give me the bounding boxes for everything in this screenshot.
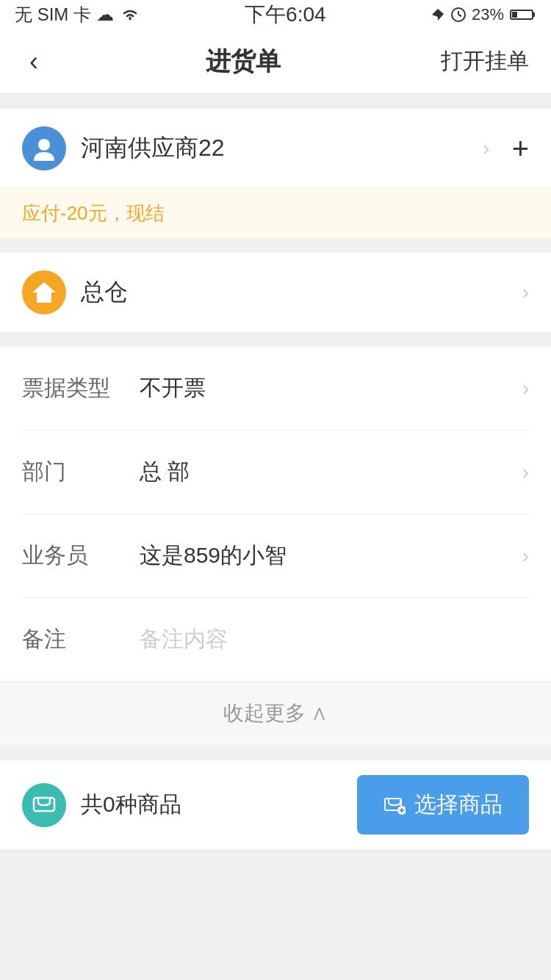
status-bar: 无 SIM 卡 ☁ 下午6:04 23% [0, 0, 551, 29]
svg-point-6 [38, 139, 50, 151]
house-icon [31, 279, 57, 306]
back-button[interactable]: ‹ [22, 39, 46, 84]
warehouse-card[interactable]: 总仓 › [0, 253, 551, 332]
open-pending-button[interactable]: 打开挂单 [441, 46, 529, 76]
battery-label: 23% [472, 5, 504, 24]
section-gap-3 [0, 332, 551, 347]
collapse-button[interactable]: 收起更多 ∧ [0, 681, 551, 745]
page-title: 进货单 [206, 45, 281, 79]
clock-icon [451, 7, 466, 22]
battery-icon [510, 8, 536, 21]
salesperson-row[interactable]: 业务员 这是859的小智 › [0, 514, 551, 597]
section-gap-4 [0, 745, 551, 760]
salesperson-label: 业务员 [22, 541, 125, 571]
warehouse-name: 总仓 [81, 276, 522, 309]
department-row[interactable]: 部门 总 部 › [0, 430, 551, 514]
department-chevron-icon: › [522, 461, 529, 484]
select-cart-icon [383, 794, 406, 816]
select-product-button[interactable]: 选择商品 [357, 775, 529, 835]
add-supplier-button[interactable]: + [512, 132, 529, 165]
invoice-type-label: 票据类型 [22, 373, 125, 403]
cart-icon [31, 792, 57, 818]
svg-line-2 [458, 15, 461, 16]
invoice-type-row[interactable]: 票据类型 不开票 › [0, 347, 551, 430]
section-gap-1 [0, 94, 551, 109]
department-value: 总 部 [125, 457, 522, 487]
select-product-label: 选择商品 [414, 790, 503, 820]
supplier-avatar [22, 126, 66, 170]
supplier-card: 河南供应商22 › + 应付-20元，现结 [0, 109, 551, 238]
status-right: 23% [431, 5, 536, 24]
salesperson-chevron-icon: › [522, 544, 529, 568]
supplier-chevron-icon: › [483, 137, 489, 160]
sim-label: 无 SIM 卡 ☁ [15, 3, 114, 26]
salesperson-value: 这是859的小智 [125, 541, 522, 571]
nav-bar: ‹ 进货单 打开挂单 [0, 29, 551, 94]
invoice-type-chevron-icon: › [522, 377, 529, 400]
supplier-row[interactable]: 河南供应商22 › + [0, 109, 551, 189]
wifi-icon [120, 7, 140, 22]
remark-row[interactable]: 备注 备注内容 [0, 598, 551, 681]
warehouse-chevron-icon: › [522, 281, 529, 304]
warehouse-row[interactable]: 总仓 › [0, 253, 551, 332]
supplier-name: 河南供应商22 [81, 132, 483, 165]
product-icon [22, 783, 66, 827]
product-count-label: 共0种商品 [81, 790, 342, 820]
svg-rect-4 [512, 12, 517, 18]
warehouse-icon [22, 270, 66, 314]
notice-text: 应付-20元，现结 [22, 202, 165, 224]
notice-bar: 应付-20元，现结 [0, 189, 551, 238]
section-gap-2 [0, 238, 551, 253]
collapse-label: 收起更多 ∧ [223, 702, 328, 724]
svg-rect-5 [533, 12, 535, 17]
status-time: 下午6:04 [245, 1, 326, 29]
invoice-type-value: 不开票 [125, 373, 522, 403]
user-icon [30, 134, 58, 162]
remark-input[interactable]: 备注内容 [125, 624, 529, 655]
bottom-bar: 共0种商品 选择商品 [0, 760, 551, 849]
status-left: 无 SIM 卡 ☁ [15, 3, 140, 26]
location-icon [431, 7, 445, 22]
form-card: 票据类型 不开票 › 部门 总 部 › 业务员 这是859的小智 › 备注 备注… [0, 347, 551, 745]
department-label: 部门 [22, 457, 125, 487]
remark-label: 备注 [22, 624, 125, 655]
